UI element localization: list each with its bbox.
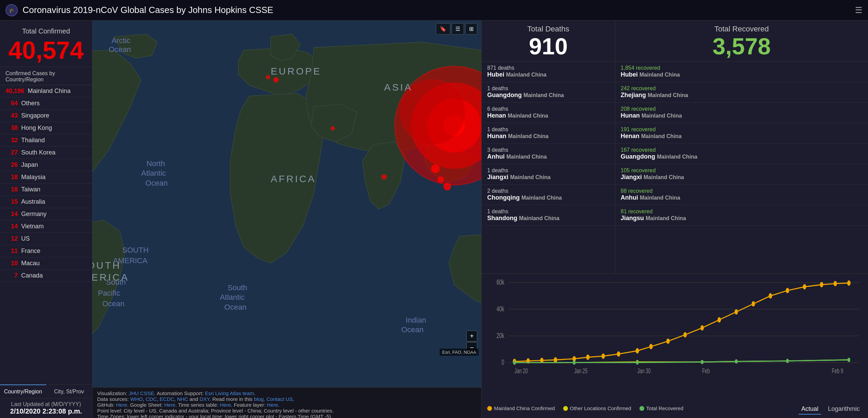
deaths-list: 871 deathsHubei Mainland China1 deathsGu…	[482, 62, 615, 273]
legend-recovered: Total Recovered	[639, 405, 683, 411]
country-item[interactable]: 11France	[0, 245, 92, 257]
deaths-panel: Total Deaths 910 871 deathsHubei Mainlan…	[482, 21, 615, 273]
deaths-title: Total Deaths	[487, 25, 609, 33]
svg-text:40k: 40k	[496, 305, 504, 313]
svg-point-67	[601, 353, 605, 359]
last-updated-value: 2/10/2020 2:23:08 p.m.	[5, 407, 87, 415]
country-item[interactable]: 64Others	[0, 97, 92, 110]
tab-city-stprov[interactable]: City, St/Prov	[46, 385, 92, 398]
map-area[interactable]: NORTH AMERICA SOUTH AMERICA AFRICA ASIA …	[92, 21, 481, 418]
death-list-item: 871 deathsHubei Mainland China	[482, 62, 615, 82]
country-item[interactable]: 38Hong Kong	[0, 122, 92, 134]
country-item[interactable]: 14Germany	[0, 208, 92, 220]
country-item[interactable]: 12US	[0, 233, 92, 245]
svg-point-82	[847, 280, 851, 286]
country-item[interactable]: 40,196Mainland China	[0, 85, 92, 97]
svg-point-90	[513, 360, 516, 364]
info-viz: Visualization: JHU CSSE. Automation Supp…	[97, 390, 477, 396]
recovered-list-item: 1,854 recoveredHubei Mainland China	[615, 62, 868, 82]
last-updated: Last Updated at (M/D/YYYY) 2/10/2020 2:2…	[0, 398, 92, 418]
svg-text:Ocean: Ocean	[109, 45, 131, 54]
svg-text:Arctic: Arctic	[112, 36, 130, 45]
info-point-level: Point level: City level - US, Canada and…	[97, 408, 477, 414]
svg-point-69	[636, 348, 639, 354]
map-canvas[interactable]: NORTH AMERICA SOUTH AMERICA AFRICA ASIA …	[92, 21, 481, 387]
svg-text:SOUTH: SOUTH	[122, 246, 148, 254]
death-list-item: 1 deathsGuangdong Mainland China	[482, 82, 615, 103]
chart-area: 60k 40k 20k 0 Jan 20 Jan 25 Jan 30 Feb F…	[482, 273, 868, 418]
info-datasources: Data sources: WHO, CDC, ECDC, NHC and DX…	[97, 396, 477, 402]
svg-point-80	[820, 282, 823, 287]
chart-tab-actual[interactable]: Actual	[799, 404, 821, 415]
svg-point-70	[649, 344, 653, 349]
death-list-item: 3 deathsAnhui Mainland China	[482, 144, 615, 164]
recovered-list-item: 88 recoveredAnhui Mainland China	[615, 185, 868, 205]
svg-text:North: North	[146, 159, 165, 168]
jhu-link[interactable]: JHU CSSE	[129, 390, 154, 396]
chart-tabs: Actual Logarithmic	[799, 404, 863, 415]
svg-text:Jan 20: Jan 20	[515, 367, 528, 375]
svg-text:60k: 60k	[496, 278, 504, 286]
country-item[interactable]: 26Japan	[0, 159, 92, 171]
svg-point-64	[554, 357, 557, 363]
svg-text:Pacific: Pacific	[98, 289, 120, 297]
svg-point-68	[617, 351, 620, 357]
country-item[interactable]: 32Thailand	[0, 134, 92, 147]
svg-point-75	[735, 309, 738, 315]
svg-point-96	[847, 358, 850, 362]
esri-link[interactable]: Esri Living Atlas team	[205, 390, 254, 396]
recovered-list: 1,854 recoveredHubei Mainland China242 r…	[615, 62, 868, 273]
recovered-list-item: 208 recoveredHunan Mainland China	[615, 103, 868, 123]
sidebar-tabs: Country/Region City, St/Prov	[0, 384, 92, 398]
country-item[interactable]: 10Macau	[0, 257, 92, 270]
list-button[interactable]: ☰	[452, 23, 464, 35]
country-item[interactable]: 7Canada	[0, 270, 92, 282]
svg-text:AMERICA: AMERICA	[113, 256, 147, 265]
death-list-item: 1 deathsHunan Mainland China	[482, 123, 615, 144]
bookmark-button[interactable]: 🔖	[436, 23, 450, 35]
svg-text:Ocean: Ocean	[102, 299, 125, 308]
recovered-list-item: 242 recoveredZhejiang Mainland China	[615, 82, 868, 103]
right-panels: Total Deaths 910 871 deathsHubei Mainlan…	[481, 21, 868, 418]
svg-point-79	[803, 284, 806, 289]
svg-point-17	[381, 174, 387, 180]
svg-point-66	[586, 354, 590, 360]
country-item[interactable]: 15Australia	[0, 196, 92, 208]
svg-text:ASIA: ASIA	[384, 82, 413, 93]
svg-point-93	[701, 360, 703, 364]
country-item[interactable]: 43Singapore	[0, 110, 92, 122]
svg-text:Atlantic: Atlantic	[220, 293, 245, 301]
country-item[interactable]: 18Taiwan	[0, 184, 92, 196]
legend-dot-mainland	[487, 406, 492, 411]
svg-text:EUROPE: EUROPE	[271, 66, 321, 77]
info-timezone: Time Zones: lower left corner indicator …	[97, 414, 477, 418]
death-list-item: 1 deathsShandong Mainland China	[482, 205, 615, 226]
svg-point-81	[833, 281, 837, 286]
svg-point-94	[735, 359, 738, 363]
svg-text:Atlantic: Atlantic	[141, 169, 166, 177]
country-item[interactable]: 14Vietnam	[0, 220, 92, 233]
grid-button[interactable]: ⊞	[465, 23, 477, 35]
svg-point-7	[443, 183, 451, 190]
tab-country-region[interactable]: Country/Region	[0, 385, 46, 398]
svg-point-92	[636, 360, 639, 364]
deaths-total: 910	[487, 33, 609, 59]
legend-label-mainland: Mainland China Confirmed	[494, 405, 555, 411]
country-list: 40,196Mainland China64Others43Singapore3…	[0, 85, 92, 384]
recovered-list-item: 191 recoveredHenan Mainland China	[615, 123, 868, 144]
country-item[interactable]: 18Malaysia	[0, 171, 92, 184]
recovered-list-item: 105 recoveredJiangxi Mainland China	[615, 164, 868, 185]
svg-point-72	[683, 332, 687, 338]
zoom-in-button[interactable]: +	[466, 331, 477, 341]
death-list-item: 2 deathsChongqing Mainland China	[482, 185, 615, 205]
total-confirmed-value: 40,574	[5, 38, 87, 63]
chart-tab-logarithmic[interactable]: Logarithmic	[825, 404, 863, 415]
menu-button[interactable]: ☰	[855, 5, 863, 15]
main-layout: Total Confirmed 40,574 Confirmed Cases b…	[0, 21, 868, 418]
svg-point-18	[331, 126, 335, 131]
sidebar: Total Confirmed 40,574 Confirmed Cases b…	[0, 21, 92, 418]
recovered-list-item: 167 recoveredGuangdong Mainland China	[615, 144, 868, 164]
svg-text:South: South	[228, 283, 247, 292]
country-item[interactable]: 27South Korea	[0, 147, 92, 159]
total-confirmed-box: Total Confirmed 40,574	[0, 21, 92, 67]
